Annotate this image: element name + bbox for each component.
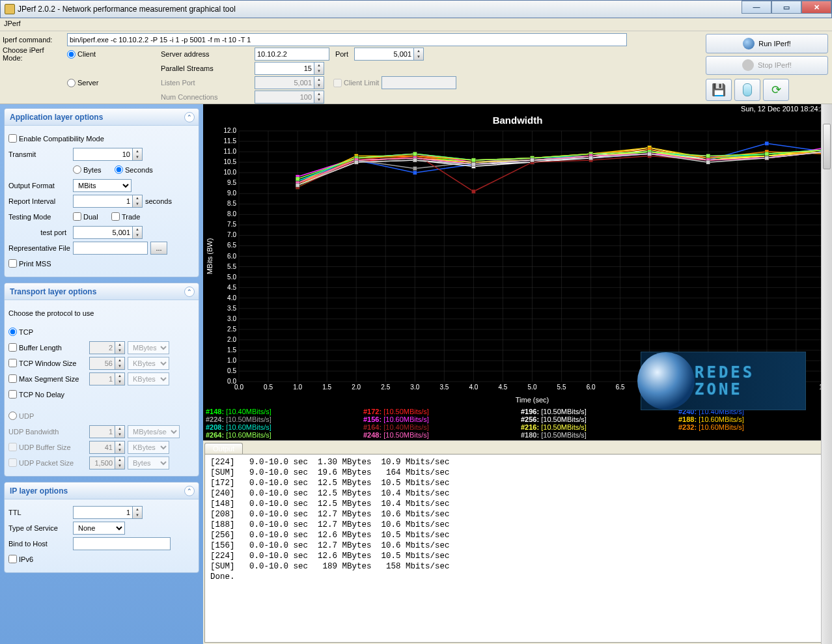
listen-port-spinner: ▲▼ — [314, 76, 324, 89]
udp-radio[interactable]: UDP — [8, 412, 34, 420]
tos-select[interactable]: None — [73, 522, 125, 535]
test-port-input[interactable] — [73, 226, 133, 239]
buffer-length-checkbox[interactable]: Buffer Length — [8, 343, 87, 352]
sidebar: Application layer options ⌃ Enable Compa… — [0, 104, 203, 644]
svg-text:3.5: 3.5 — [439, 384, 449, 391]
testing-mode-label: Testing Mode — [8, 213, 70, 221]
svg-text:11.0: 11.0 — [224, 148, 237, 155]
rep-file-browse-button[interactable]: ... — [150, 242, 167, 255]
svg-rect-239 — [589, 156, 593, 160]
port-input[interactable] — [354, 48, 414, 61]
ip-layer-options-group: IP layer options ⌃ TTL ▲▼ Type of Servic… — [4, 482, 199, 573]
report-interval-unit: seconds — [145, 197, 172, 205]
svg-text:4.0: 4.0 — [227, 294, 236, 301]
svg-rect-132 — [765, 141, 769, 145]
testport-spinner[interactable]: ▲▼ — [133, 226, 143, 239]
transmit-bytes-radio[interactable]: Bytes — [73, 165, 112, 174]
svg-text:8.0: 8.0 — [227, 210, 236, 217]
parallel-spinner[interactable]: ▲▼ — [314, 62, 324, 75]
legend-entry: #216: [10.50MBits/s] — [521, 423, 672, 431]
mode-server-radio[interactable]: Server — [67, 79, 158, 87]
refresh-icon-button[interactable]: ⟳ — [763, 79, 789, 101]
max-segment-size-checkbox[interactable]: Max Segment Size — [8, 374, 87, 383]
app-icon — [5, 4, 15, 14]
svg-rect-237 — [471, 162, 475, 166]
tcp-no-delay-checkbox[interactable]: TCP No Delay — [8, 390, 64, 399]
iperf-command-input[interactable] — [67, 33, 627, 46]
clipboard-icon-button[interactable] — [734, 79, 760, 101]
svg-text:5.0: 5.0 — [227, 273, 236, 281]
group-header-ip[interactable]: IP layer options ⌃ — [5, 483, 199, 499]
menu-bar: JPerf — [0, 18, 832, 31]
num-connections-label: Num Connections — [161, 93, 252, 101]
transmit-seconds-radio[interactable]: Seconds — [115, 165, 153, 174]
output-textarea[interactable]: [224] 9.0-10.0 sec 1.30 MBytes 10.9 Mbit… — [204, 454, 831, 643]
repint-spinner[interactable]: ▲▼ — [133, 195, 143, 208]
legend-entry: #248: [10.50MBits/s] — [363, 431, 514, 439]
output-format-select[interactable]: MBits — [73, 179, 132, 192]
mode-client-radio[interactable]: Client — [67, 50, 158, 59]
minimize-button[interactable]: — — [742, 1, 771, 14]
menu-jperf[interactable]: JPerf — [4, 20, 21, 27]
svg-text:1.0: 1.0 — [293, 384, 302, 391]
trade-checkbox[interactable]: Trade — [111, 212, 140, 221]
maximize-button[interactable]: ▭ — [771, 1, 801, 14]
svg-text:2.0: 2.0 — [352, 384, 361, 391]
svg-text:Time (sec): Time (sec) — [516, 396, 549, 404]
svg-text:12.0: 12.0 — [224, 128, 237, 134]
udpbuf-spinner: ▲▼ — [115, 441, 125, 454]
parallel-streams-input[interactable] — [255, 62, 314, 75]
save-icon-button[interactable]: 💾 — [706, 79, 732, 101]
run-iperf-button[interactable]: Run IPerf! — [706, 34, 828, 53]
svg-text:6.0: 6.0 — [587, 384, 596, 391]
collapse-icon[interactable]: ⌃ — [184, 287, 195, 297]
report-interval-input[interactable] — [73, 195, 133, 208]
svg-rect-241 — [706, 160, 710, 164]
group-header-app[interactable]: Application layer options ⌃ — [5, 109, 199, 126]
svg-text:11.5: 11.5 — [224, 137, 237, 145]
collapse-icon[interactable]: ⌃ — [184, 112, 195, 122]
ttl-input[interactable] — [73, 506, 133, 519]
client-limit-input — [381, 76, 456, 89]
svg-rect-216 — [413, 152, 417, 156]
dual-checkbox[interactable]: Dual — [73, 212, 109, 221]
top-config-panel: Iperf command: Choose iPerf Mode: Client… — [0, 31, 832, 104]
close-button[interactable]: ✕ — [801, 1, 831, 14]
max-segment-size-input — [89, 372, 115, 385]
svg-text:7.0: 7.0 — [227, 231, 236, 238]
server-address-label: Server address — [161, 50, 252, 58]
listen-port-label: Listen Port — [161, 79, 252, 87]
svg-text:0.5: 0.5 — [227, 367, 236, 374]
rep-file-input[interactable] — [73, 242, 148, 255]
compat-mode-checkbox[interactable]: Enable Compatibility Mode — [8, 134, 104, 143]
svg-text:3.0: 3.0 — [227, 315, 236, 322]
svg-rect-238 — [531, 158, 534, 162]
collapse-icon[interactable]: ⌃ — [184, 486, 195, 496]
group-header-transport[interactable]: Transport layer options ⌃ — [5, 283, 199, 300]
server-address-input[interactable] — [255, 48, 329, 61]
svg-text:8.5: 8.5 — [227, 200, 236, 207]
tcp-window-size-checkbox[interactable]: TCP Window Size — [8, 359, 87, 367]
transmit-spinner[interactable]: ▲▼ — [133, 148, 143, 161]
tcp-radio[interactable]: TCP — [8, 328, 33, 336]
output-tab[interactable]: Output — [204, 443, 243, 454]
svg-text:5.0: 5.0 — [528, 384, 537, 391]
scrollbar[interactable] — [821, 454, 831, 643]
ttl-spinner[interactable]: ▲▼ — [133, 506, 143, 519]
tos-label: Type of Service — [8, 524, 70, 532]
svg-text:4.0: 4.0 — [469, 384, 478, 391]
print-mss-checkbox[interactable]: Print MSS — [8, 259, 51, 268]
legend-entry: #188: [10.60MBits/s] — [678, 415, 829, 423]
port-spinner[interactable]: ▲▼ — [414, 48, 424, 61]
udp-bandwidth-unit: MBytes/sec — [128, 425, 180, 438]
bind-host-input[interactable] — [73, 537, 171, 550]
udp-packet-size-checkbox: UDP Packet Size — [8, 458, 87, 467]
udp-bandwidth-input — [89, 425, 115, 438]
transmit-input[interactable] — [73, 148, 133, 161]
udp-packet-size-input — [89, 456, 115, 469]
choose-protocol-label: Choose the protocol to use — [8, 309, 94, 317]
svg-text:0.5: 0.5 — [264, 384, 273, 391]
run-icon — [743, 38, 755, 49]
ipv6-checkbox[interactable]: IPv6 — [8, 555, 33, 563]
window-titlebar: JPerf 2.0.2 - Network performance measur… — [0, 0, 832, 18]
